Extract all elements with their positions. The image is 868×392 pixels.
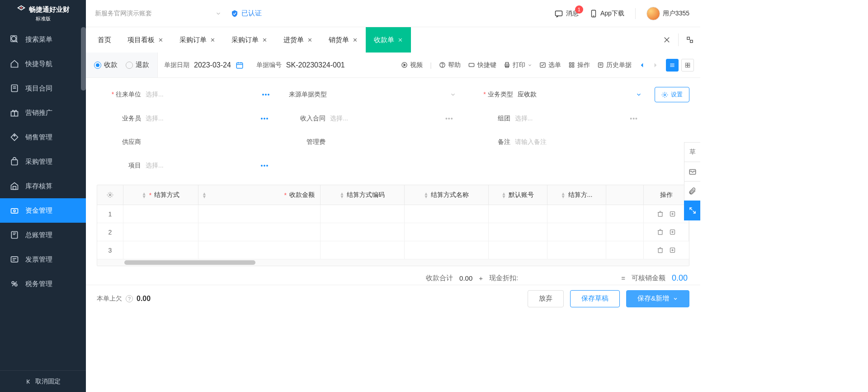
- more-icon[interactable]: •••: [261, 115, 269, 122]
- supplier-input[interactable]: [146, 135, 270, 149]
- table-header-settle-more[interactable]: ▲▼结算方...: [547, 185, 606, 205]
- operate-button[interactable]: 操作: [568, 61, 590, 69]
- more-icon[interactable]: •••: [630, 115, 638, 122]
- table-cell[interactable]: [123, 241, 198, 259]
- table-cell[interactable]: [198, 241, 321, 259]
- table-header-settle-type[interactable]: ▲▼* 结算方式: [123, 185, 198, 205]
- sidebar-unpin[interactable]: 取消固定: [0, 370, 86, 392]
- table-cell[interactable]: [547, 223, 606, 241]
- table-cell[interactable]: [321, 205, 405, 223]
- tab-purchase-order-2[interactable]: 采购订单✕: [223, 27, 275, 53]
- shortcut-button[interactable]: 快捷键: [468, 61, 496, 69]
- close-all-icon[interactable]: [663, 36, 671, 44]
- rail-draft[interactable]: 草: [684, 142, 700, 162]
- user-menu[interactable]: 用户3355: [646, 7, 689, 20]
- close-icon[interactable]: ✕: [353, 37, 358, 43]
- tab-purchase-order[interactable]: 采购订单✕: [171, 27, 223, 53]
- table-cell[interactable]: [123, 223, 198, 241]
- tab-project-board[interactable]: 项目看板✕: [119, 27, 171, 53]
- settings-button[interactable]: 设置: [655, 87, 689, 102]
- video-button[interactable]: 视频: [401, 61, 423, 69]
- save-draft-button[interactable]: 保存草稿: [570, 290, 620, 307]
- sidebar-item-sales[interactable]: 销售管理: [0, 125, 86, 149]
- prev-icon[interactable]: [639, 62, 645, 68]
- sidebar-item-project[interactable]: 项目合同: [0, 76, 86, 100]
- history-button[interactable]: 历史单据: [597, 61, 632, 69]
- close-icon[interactable]: ✕: [398, 37, 403, 43]
- table-cell[interactable]: [547, 241, 606, 259]
- table-header-amount[interactable]: ▲▼* 收款金额: [198, 185, 321, 205]
- tab-home[interactable]: 首页: [90, 27, 119, 53]
- table-cell[interactable]: [405, 241, 489, 259]
- more-icon[interactable]: •••: [445, 115, 453, 122]
- radio-receipt[interactable]: 收款: [94, 61, 118, 69]
- help-button[interactable]: 帮助: [439, 61, 461, 69]
- sidebar-item-nav[interactable]: 快捷导航: [0, 52, 86, 76]
- print-button[interactable]: 打印: [504, 61, 532, 69]
- select-bill-button[interactable]: 选单: [539, 61, 561, 69]
- bill-date-input[interactable]: 2023-03-24: [194, 61, 231, 69]
- biz-type-input[interactable]: 应收款: [518, 87, 644, 102]
- table-cell[interactable]: [321, 241, 405, 259]
- sidebar-item-search[interactable]: 搜索菜单: [0, 27, 86, 52]
- table-cell[interactable]: [606, 205, 644, 223]
- account-selector[interactable]: 新服务官网演示账套: [86, 10, 231, 18]
- delete-row-icon[interactable]: [657, 229, 664, 235]
- table-header-default-acct[interactable]: ▲▼默认账号: [489, 185, 547, 205]
- view-card-toggle[interactable]: [681, 59, 694, 72]
- table-cell[interactable]: [321, 223, 405, 241]
- calendar-icon[interactable]: [236, 61, 244, 69]
- rail-attachment-icon[interactable]: [684, 181, 700, 201]
- tab-inbound[interactable]: 进货单✕: [275, 27, 321, 53]
- table-cell[interactable]: [489, 223, 547, 241]
- project-input[interactable]: 选择...•••: [146, 158, 270, 173]
- table-cell[interactable]: [606, 223, 644, 241]
- more-icon[interactable]: •••: [262, 91, 270, 98]
- app-download-button[interactable]: App下载: [590, 9, 624, 18]
- salesman-input[interactable]: 选择...•••: [146, 111, 270, 126]
- tab-sales-bill[interactable]: 销货单✕: [321, 27, 366, 53]
- delete-row-icon[interactable]: [657, 210, 664, 217]
- close-icon[interactable]: ✕: [262, 37, 267, 43]
- party-input[interactable]: 选择...•••: [146, 87, 272, 102]
- remark-input[interactable]: 请输入备注: [515, 135, 640, 149]
- close-icon[interactable]: ✕: [307, 37, 312, 43]
- sidebar-item-inventory[interactable]: 库存核算: [0, 174, 86, 198]
- rail-inbox-icon[interactable]: [684, 162, 700, 182]
- messages-button[interactable]: 消息 1: [554, 9, 579, 18]
- add-row-icon[interactable]: [669, 229, 676, 235]
- save-new-button[interactable]: 保存&新增: [626, 290, 689, 307]
- sidebar-item-ledger[interactable]: 总账管理: [0, 223, 86, 247]
- table-cell[interactable]: [547, 205, 606, 223]
- next-icon[interactable]: [652, 62, 659, 68]
- expand-icon[interactable]: [686, 36, 694, 44]
- table-cell[interactable]: [606, 241, 644, 259]
- add-row-icon[interactable]: [669, 210, 676, 217]
- table-cell[interactable]: [405, 223, 489, 241]
- add-row-icon[interactable]: [669, 247, 676, 253]
- close-icon[interactable]: ✕: [158, 37, 163, 43]
- help-icon[interactable]: ?: [126, 295, 133, 302]
- sidebar-item-funds[interactable]: 资金管理: [0, 198, 86, 223]
- table-cell[interactable]: [198, 223, 321, 241]
- table-cell[interactable]: [123, 205, 198, 223]
- income-contract-input[interactable]: 选择...•••: [330, 111, 455, 126]
- source-type-input[interactable]: [331, 87, 458, 102]
- more-icon[interactable]: •••: [261, 162, 269, 169]
- radio-refund[interactable]: 退款: [126, 61, 149, 69]
- close-icon[interactable]: ✕: [210, 37, 215, 43]
- rail-fullscreen-icon[interactable]: [684, 201, 700, 220]
- sidebar-item-purchase[interactable]: 采购管理: [0, 149, 86, 174]
- mgmt-fee-input[interactable]: [330, 135, 455, 149]
- view-list-toggle[interactable]: [666, 59, 679, 72]
- delete-row-icon[interactable]: [657, 247, 664, 253]
- tab-receipt[interactable]: 收款单✕: [366, 27, 411, 53]
- table-header-config[interactable]: [97, 185, 123, 205]
- horizontal-scrollbar[interactable]: [97, 259, 689, 266]
- group-input[interactable]: 选择...•••: [515, 111, 640, 126]
- table-cell[interactable]: [198, 205, 321, 223]
- table-cell[interactable]: [489, 241, 547, 259]
- sidebar-item-invoice[interactable]: 发票管理: [0, 247, 86, 272]
- table-header-settle-code[interactable]: ▲▼结算方式编码: [321, 185, 405, 205]
- sidebar-scrollbar[interactable]: [81, 27, 86, 91]
